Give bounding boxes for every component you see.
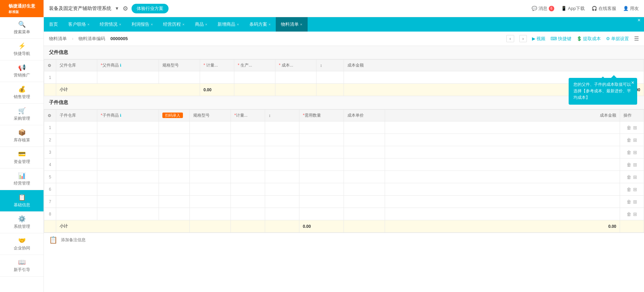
child-unit-cost-cell[interactable] [344,159,385,171]
child-quantity-cell[interactable] [299,159,344,171]
delete-icon[interactable]: 🗑 [627,162,631,167]
child-warehouse-cell[interactable] [56,134,97,146]
copy-icon[interactable]: ⊞ [633,199,637,205]
child-spec-cell[interactable] [190,121,231,134]
topbar-settings-icon[interactable]: ⚙ [123,5,128,12]
tab-barcode[interactable]: 条码方案 × [244,17,276,32]
shortcut-button[interactable]: ⌨ 快捷键 [550,36,571,42]
parent-warehouse-cell[interactable] [56,71,97,84]
child-goods-cell[interactable] [97,171,159,183]
child-cost-amount-cell[interactable] [385,121,620,134]
parent-cost-cell[interactable] [275,71,317,84]
child-cost-amount-cell[interactable] [385,183,620,196]
sidebar-item-finance[interactable]: 💳 资金管理 [0,147,44,168]
child-spec-cell[interactable] [190,196,231,208]
child-warehouse-cell[interactable] [56,159,97,171]
app-download-button[interactable]: 📱 App下载 [561,5,585,12]
parent-unit-cell[interactable] [200,71,234,84]
child-goods-cell[interactable] [97,121,159,134]
parent-goods-cell[interactable] [97,71,159,84]
child-quantity-cell[interactable] [299,146,344,159]
sidebar-item-operations[interactable]: 📊 经营管理 [0,168,44,190]
child-quantity-cell[interactable] [299,121,344,134]
parent-spec-cell[interactable] [159,71,200,84]
view-button[interactable]: ▶ 视频 [532,36,545,42]
child-unit-cost-cell[interactable] [344,196,385,208]
child-unit-cost-cell[interactable] [344,208,385,220]
delete-icon[interactable]: 🗑 [627,199,631,205]
child-unit-cell[interactable] [231,196,265,208]
online-service-button[interactable]: 🎧 在线客服 [592,5,616,12]
child-spec-cell[interactable] [190,183,231,196]
child-col-settings[interactable]: ⚙ [44,110,56,121]
child-quantity-cell[interactable] [299,183,344,196]
tab-bom-close[interactable]: × [300,22,302,26]
tab-profit[interactable]: 利润报告 × [126,17,158,32]
child-goods-cell[interactable] [97,196,159,208]
user-button[interactable]: 👤 用友 [623,5,639,12]
child-goods-cell[interactable] [97,159,159,171]
tab-customer[interactable]: 客户联络 × [63,17,95,32]
extract-cost-button[interactable]: 💲 提取成本 [577,36,601,42]
copy-icon[interactable]: ⊞ [633,211,637,217]
child-goods-cell[interactable] [97,183,159,196]
child-unit-cost-cell[interactable] [344,183,385,196]
tab-customer-close[interactable]: × [87,22,89,26]
child-warehouse-cell[interactable] [56,146,97,159]
child-warehouse-cell[interactable] [56,208,97,220]
tab-profit-close[interactable]: × [151,22,153,26]
copy-icon[interactable]: ⊞ [633,174,637,180]
tab-home[interactable]: 首页 [44,17,63,32]
tab-history[interactable]: 经营历程 × [158,17,189,32]
child-spec-cell[interactable] [190,134,231,146]
delete-icon[interactable]: 🗑 [627,137,631,143]
tab-goods[interactable]: 商品 × [190,17,212,32]
child-quantity-cell[interactable] [299,208,344,220]
child-cost-amount-cell[interactable] [385,159,620,171]
tab-operations-close[interactable]: × [119,22,121,26]
copy-icon[interactable]: ⊞ [633,162,637,167]
sidebar-item-system[interactable]: ⚙️ 系统管理 [0,212,44,233]
delete-icon[interactable]: 🗑 [627,150,631,155]
child-quantity-cell[interactable] [299,134,344,146]
tab-new-goods[interactable]: 新增商品 × [212,17,244,32]
child-goods-cell[interactable] [97,208,159,220]
topbar-dropdown[interactable]: ▼ [115,6,119,11]
child-quantity-cell[interactable] [299,171,344,183]
copy-icon[interactable]: ⊞ [633,187,637,192]
tab-goods-close[interactable]: × [205,22,207,26]
child-unit-cell[interactable] [231,146,265,159]
sidebar-item-search[interactable]: 🔍 搜索菜单 [0,17,44,39]
parent-col-settings[interactable]: ⚙ [44,60,56,71]
copy-icon[interactable]: ⊞ [633,150,637,155]
scan-button[interactable]: 扫码录入 [162,113,183,118]
child-cost-amount-cell[interactable] [385,134,620,146]
parent-produce-cell[interactable] [234,71,275,84]
child-warehouse-cell[interactable] [56,121,97,134]
child-unit-cost-cell[interactable] [344,146,385,159]
child-cost-amount-cell[interactable] [385,146,620,159]
sidebar-item-enterprise[interactable]: 🤝 企业协同 [0,233,44,255]
delete-icon[interactable]: 🗑 [627,211,631,217]
child-goods-cell[interactable] [97,134,159,146]
child-quantity-cell[interactable] [299,196,344,208]
child-cost-amount-cell[interactable] [385,208,620,220]
child-col-scan[interactable]: 扫码录入 [159,110,190,121]
sidebar-item-quick-nav[interactable]: ⚡ 快捷导航 [0,39,44,60]
child-spec-cell[interactable] [190,171,231,183]
sidebar-item-marketing[interactable]: 📢 营销推广 [0,60,44,82]
copy-icon[interactable]: ⊞ [633,125,637,130]
tab-barcode-close[interactable]: × [269,22,271,26]
message-button[interactable]: 💬 消息 6 [532,5,554,12]
child-cost-amount-cell[interactable] [385,171,620,183]
bottom-icon-1[interactable]: 📋 [49,236,58,244]
delete-icon[interactable]: 🗑 [627,187,631,192]
sidebar-item-sales[interactable]: 💰 销售管理 [0,82,44,104]
child-warehouse-cell[interactable] [56,196,97,208]
nav-right-arrow[interactable]: › [519,35,527,42]
child-unit-cost-cell[interactable] [344,134,385,146]
child-unit-cell[interactable] [231,183,265,196]
sidebar-item-inventory[interactable]: 📦 库存核算 [0,125,44,147]
delete-icon[interactable]: 🗑 [627,125,631,130]
sidebar-item-guide[interactable]: 📖 新手引导 [0,255,44,277]
